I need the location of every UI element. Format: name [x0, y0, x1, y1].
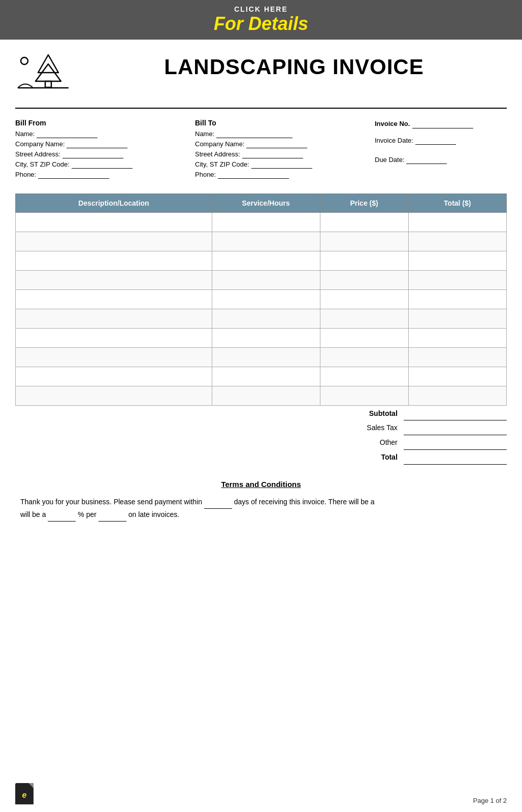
table-row[interactable] — [16, 386, 507, 406]
bill-to-name: Name: — [195, 130, 370, 138]
table-row[interactable] — [16, 309, 507, 329]
invoice-meta-column: Invoice No. Invoice Date: Due Date: — [375, 119, 507, 181]
invoice-title: LANDSCAPING INVOICE — [81, 55, 507, 79]
due-date-row: Due Date: — [375, 156, 507, 164]
table-row[interactable] — [16, 348, 507, 367]
bill-from-city: City, ST ZIP Code: — [15, 160, 190, 169]
header-divider — [15, 108, 507, 109]
terms-section: Terms and Conditions Thank you for your … — [15, 480, 507, 522]
banner-click-here-text: CLICK HERE — [0, 5, 522, 14]
invoice-table: Description/Location Service/Hours Price… — [15, 193, 507, 406]
terms-text: Thank you for your business. Please send… — [20, 496, 502, 522]
bill-to-company: Company Name: — [195, 140, 370, 148]
table-row[interactable] — [16, 290, 507, 309]
sales-tax-row: Sales Tax — [344, 420, 507, 435]
page-wrapper: CLICK HERE For Details — [0, 0, 522, 812]
table-row[interactable] — [16, 232, 507, 251]
col-header-service: Service/Hours — [212, 194, 320, 213]
col-header-price: Price ($) — [320, 194, 408, 213]
bill-from-phone: Phone: — [15, 171, 190, 179]
table-row[interactable] — [16, 251, 507, 271]
subtotal-value[interactable] — [404, 406, 507, 420]
bill-from-name: Name: — [15, 130, 190, 138]
table-row[interactable] — [16, 367, 507, 386]
svg-rect-3 — [45, 81, 51, 87]
bill-from-address: Street Address: — [15, 150, 190, 158]
svg-point-0 — [21, 57, 28, 64]
total-value[interactable] — [404, 450, 507, 465]
subtotal-label: Subtotal — [344, 406, 404, 420]
bill-from-company: Company Name: — [15, 140, 190, 148]
footer-brand-icon: e — [15, 783, 34, 804]
bill-to-column: Bill To Name: Company Name: Street Addre… — [195, 119, 370, 181]
total-label: Total — [344, 450, 404, 465]
invoice-no-row: Invoice No. — [375, 119, 507, 128]
other-value[interactable] — [404, 435, 507, 450]
bill-from-column: Bill From Name: Company Name: Street Add… — [15, 119, 190, 181]
col-header-total: Total ($) — [408, 194, 506, 213]
page-number: Page 1 of 2 — [473, 797, 507, 804]
logo-area — [15, 50, 81, 98]
invoice-date-row: Invoice Date: — [375, 137, 507, 145]
footer-icon-letter: e — [22, 791, 27, 800]
bill-to-phone: Phone: — [195, 171, 370, 179]
table-row[interactable] — [16, 271, 507, 290]
other-label: Other — [344, 435, 404, 450]
page-footer: e Page 1 of 2 — [0, 773, 522, 812]
document-area: LANDSCAPING INVOICE Bill From Name: Comp… — [0, 40, 522, 773]
table-row[interactable] — [16, 213, 507, 232]
banner-for-details-text: For Details — [0, 14, 522, 34]
sales-tax-value[interactable] — [404, 420, 507, 435]
totals-section: Subtotal Sales Tax Other Total — [15, 406, 507, 465]
sales-tax-label: Sales Tax — [344, 420, 404, 435]
table-row[interactable] — [16, 329, 507, 348]
col-header-description: Description/Location — [16, 194, 212, 213]
billing-section: Bill From Name: Company Name: Street Add… — [15, 119, 507, 181]
header-section: LANDSCAPING INVOICE — [15, 50, 507, 98]
title-area: LANDSCAPING INVOICE — [81, 50, 507, 79]
bill-to-header: Bill To — [195, 119, 370, 127]
totals-table: Subtotal Sales Tax Other Total — [344, 406, 507, 465]
bill-from-header: Bill From — [15, 119, 190, 127]
subtotal-row: Subtotal — [344, 406, 507, 420]
terms-title: Terms and Conditions — [20, 480, 502, 489]
company-logo — [15, 50, 71, 95]
other-row: Other — [344, 435, 507, 450]
total-row: Total — [344, 450, 507, 465]
bill-to-address: Street Address: — [195, 150, 370, 158]
banner[interactable]: CLICK HERE For Details — [0, 0, 522, 40]
bill-to-city: City, ST ZIP Code: — [195, 160, 370, 169]
